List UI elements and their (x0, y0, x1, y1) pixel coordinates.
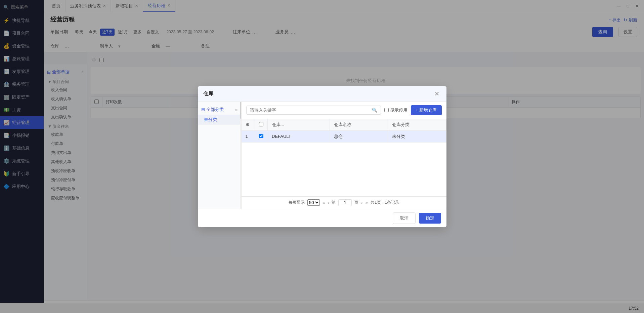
search-icon: 🔍 (372, 108, 377, 113)
modal-title: 仓库 (203, 90, 213, 97)
show-disabled-check[interactable] (384, 108, 389, 112)
row-checkbox-cell[interactable] (255, 130, 268, 142)
warehouse-modal: 仓库 ✕ ⊞ 全部分类 « 未分类 (198, 86, 446, 227)
modal-footer: 取消 确定 (198, 209, 446, 227)
row-id: 1 (242, 130, 255, 142)
modal-pagination: 每页显示 50 « ‹ 第 页 › » 共1页，1条记录 (242, 196, 446, 209)
modal-toolbar: 🔍 显示停用 + 新增仓库 (242, 102, 446, 119)
modal-per-page-select[interactable]: 50 (307, 199, 320, 206)
th-gear: ⚙ (242, 119, 255, 131)
modal-search-box[interactable]: 🔍 (246, 106, 381, 115)
show-disabled-checkbox[interactable]: 显示停用 (384, 107, 407, 113)
add-warehouse-btn[interactable]: + 新增仓库 (411, 105, 441, 115)
category-grid-icon: ⊞ (201, 107, 205, 112)
row-name: 总仓 (330, 130, 388, 142)
modal-sidebar-collapse[interactable]: « (235, 107, 238, 112)
modal-data-table: ⚙ 仓库... 仓库名称 仓库分类 (242, 119, 446, 143)
modal-total: 共1页，1条记录 (371, 200, 399, 205)
modal-first-btn[interactable]: « (323, 200, 325, 205)
modal-search-input[interactable] (250, 108, 370, 113)
modal-sidebar-uncategorized[interactable]: 未分类 (198, 115, 241, 125)
modal-overlay[interactable]: 仓库 ✕ ⊞ 全部分类 « 未分类 (0, 0, 644, 313)
row-category: 未分类 (388, 130, 446, 142)
modal-page-input[interactable] (338, 199, 352, 206)
modal-per-page-label: 每页显示 (289, 200, 305, 205)
modal-table-header: ⚙ 仓库... 仓库名称 仓库分类 (242, 119, 446, 131)
th-checkbox (255, 119, 268, 131)
modal-close-btn[interactable]: ✕ (433, 90, 441, 97)
modal-main: 🔍 显示停用 + 新增仓库 ⚙ (242, 102, 446, 209)
modal-header-checkbox[interactable] (259, 122, 263, 126)
modal-page-suffix: 页 (354, 200, 358, 205)
cancel-button[interactable]: 取消 (393, 212, 416, 224)
modal-all-category[interactable]: ⊞ 全部分类 « (198, 105, 241, 115)
modal-body: ⊞ 全部分类 « 未分类 🔍 (198, 102, 446, 209)
gear-icon[interactable]: ⚙ (246, 122, 250, 127)
row-checkbox[interactable] (259, 134, 263, 138)
modal-table-area: ⚙ 仓库... 仓库名称 仓库分类 (242, 119, 446, 196)
show-disabled-label: 显示停用 (390, 107, 407, 113)
sidebar-scrollbar-thumb (240, 102, 241, 119)
modal-page-label: 第 (332, 200, 336, 205)
row-code: DEFAULT (268, 130, 330, 142)
th-warehouse-name[interactable]: 仓库名称 (330, 119, 388, 131)
modal-prev-btn[interactable]: ‹ (328, 200, 329, 205)
modal-next-btn[interactable]: › (361, 200, 362, 205)
modal-header: 仓库 ✕ (198, 86, 446, 102)
modal-table-row-1[interactable]: 1 DEFAULT 总仓 未分类 (242, 130, 446, 142)
confirm-button[interactable]: 确定 (419, 213, 441, 224)
th-warehouse-code[interactable]: 仓库... (268, 119, 330, 131)
th-warehouse-category[interactable]: 仓库分类 (388, 119, 446, 131)
modal-sidebar: ⊞ 全部分类 « 未分类 (198, 102, 242, 209)
sidebar-scrollbar (240, 102, 241, 209)
modal-last-btn[interactable]: » (366, 200, 368, 205)
